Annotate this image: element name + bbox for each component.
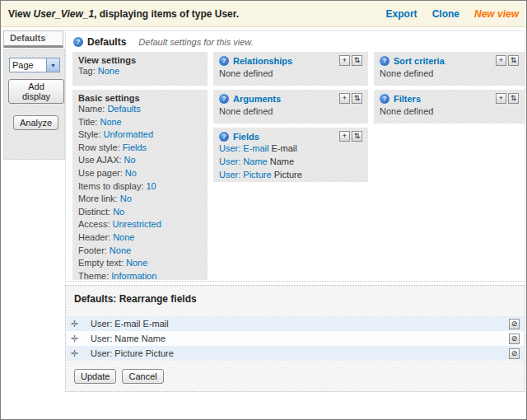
drag-handle-icon[interactable]: ✛ [71,334,82,344]
relationships-title-link[interactable]: Relationships [233,56,292,66]
field-link[interactable]: User: E-mail [219,143,269,153]
help-icon[interactable]: ? [219,56,229,66]
remove-icon[interactable]: ⊘ [509,319,520,329]
arguments-title-link[interactable]: Arguments [233,94,281,104]
setting-row: Footer:None [78,245,202,258]
setting-row: Empty text:None [78,257,202,270]
update-button[interactable]: Update [74,369,116,384]
clone-link[interactable]: Clone [432,8,459,20]
filters-actions: + ⇅ [496,93,519,104]
setting-value-link[interactable]: No [125,168,137,178]
sort-criteria-title-link[interactable]: Sort criteria [394,56,445,66]
tab-defaults[interactable]: Defaults [3,30,63,48]
rearrange-icon[interactable]: ⇅ [352,93,362,104]
setting-row: Title:None [78,116,202,129]
add-display-button[interactable]: Add display [8,79,64,104]
add-icon[interactable]: + [339,55,350,66]
remove-icon[interactable]: ⊘ [509,334,520,344]
setting-label: Empty text: [78,258,124,268]
setting-value-link[interactable]: None [113,232,134,242]
basic-settings-title: Basic settings [78,93,140,103]
rearrange-row[interactable]: ✛ User: Picture Picture ⊘ [67,346,524,361]
sort-criteria-empty: None defined [380,68,519,78]
setting-value-link[interactable]: 10 [146,181,156,191]
add-icon[interactable]: + [339,131,350,142]
panel-heading: ? Defaults Default settings for this vie… [73,36,254,48]
arguments-actions: + ⇅ [339,93,362,104]
sort-criteria-box: ? Sort criteria + ⇅ None defined [374,52,525,86]
field-link[interactable]: User: Name [219,156,268,166]
setting-row: Name:Defaults [78,103,202,116]
title-prefix: View [8,8,33,20]
setting-value-link[interactable]: None [110,245,131,255]
setting-value-link[interactable]: Unformatted [104,129,154,139]
add-icon[interactable]: + [339,93,350,104]
export-link[interactable]: Export [386,8,417,20]
basic-settings-box: Basic settings Name:Defaults Title:None … [72,90,208,280]
field-item: User: E-mail E-mail [219,142,362,155]
drag-handle-icon[interactable]: ✛ [71,348,82,359]
filters-title-link[interactable]: Filters [394,94,421,104]
setting-value-link[interactable]: Unrestricted [113,219,161,229]
display-type-select[interactable]: Page ▼ [9,58,60,72]
rearrange-icon[interactable]: ⇅ [352,131,362,142]
rearrange-row[interactable]: ✛ User: E-mail E-mail ⊘ [67,316,524,331]
help-icon[interactable]: ? [219,132,229,142]
remove-icon[interactable]: ⊘ [509,348,520,359]
add-icon[interactable]: + [496,93,506,104]
rearrange-fields-section: Defaults: Rearrange fields ✛ User: E-mai… [65,285,525,392]
rearrange-icon[interactable]: ⇅ [508,55,519,66]
arguments-header: ? Arguments + ⇅ [219,93,362,104]
setting-value-link[interactable]: Information [111,271,156,280]
rearrange-title: Defaults: Rearrange fields [74,293,197,305]
rearrange-row[interactable]: ✛ User: Name Name ⊘ [67,331,524,346]
setting-label: Access: [78,219,110,229]
fields-title-link[interactable]: Fields [233,132,259,142]
drag-handle-icon[interactable]: ✛ [71,319,82,329]
setting-label: More link: [78,194,118,203]
setting-row: Use AJAX:No [78,154,202,167]
tag-value-link[interactable]: None [98,66,119,76]
setting-row: Access:Unrestricted [78,218,202,231]
setting-value-link[interactable]: No [120,194,132,203]
new-view-link[interactable]: New view [474,8,519,20]
setting-value-link[interactable]: Fields [123,142,147,152]
cancel-button[interactable]: Cancel [122,369,163,384]
field-item: User: Name Name [219,155,362,168]
setting-value-link[interactable]: None [126,258,147,268]
help-icon[interactable]: ? [73,37,83,47]
setting-value-link[interactable]: None [100,117,121,127]
arguments-empty: None defined [219,106,362,116]
field-link[interactable]: User: Picture [219,170,272,180]
panel-heading-title: Defaults [87,36,126,48]
field-suffix: Name [268,156,294,166]
display-settings-panel: ? Defaults Default settings for this vie… [65,30,525,282]
help-icon[interactable]: ? [380,56,389,66]
form-actions: Update Cancel [74,369,164,384]
field-suffix: E-mail [269,143,297,153]
rearrange-icon[interactable]: ⇅ [508,93,519,104]
rearrange-icon[interactable]: ⇅ [352,55,362,66]
setting-label: Theme: [78,271,109,280]
analyze-button[interactable]: Analyze [13,115,58,130]
rearrange-row-label: User: E-mail E-mail [91,319,169,329]
setting-value-link[interactable]: No [124,155,136,165]
help-icon[interactable]: ? [380,94,389,104]
panel-heading-description: Default settings for this view. [138,37,253,47]
setting-row: Items to display:10 [78,180,202,194]
setting-label: Items to display: [78,181,143,191]
add-icon[interactable]: + [496,55,506,66]
relationships-actions: + ⇅ [339,55,362,66]
fields-box: ? Fields + ⇅ User: E-mail E-mail User: N… [213,128,368,182]
sort-criteria-header: ? Sort criteria + ⇅ [380,55,519,66]
setting-label: Distinct: [78,207,110,217]
help-icon[interactable]: ? [219,94,229,104]
chevron-down-icon: ▼ [46,58,59,72]
setting-label: Use AJAX: [78,155,122,165]
setting-label: Name: [78,104,105,114]
view-settings-box: View settings Tag:None [72,52,208,86]
relationships-header: ? Relationships + ⇅ [219,55,362,66]
setting-label: Row style: [78,142,120,152]
setting-value-link[interactable]: No [113,207,124,217]
setting-value-link[interactable]: Defaults [107,104,140,114]
